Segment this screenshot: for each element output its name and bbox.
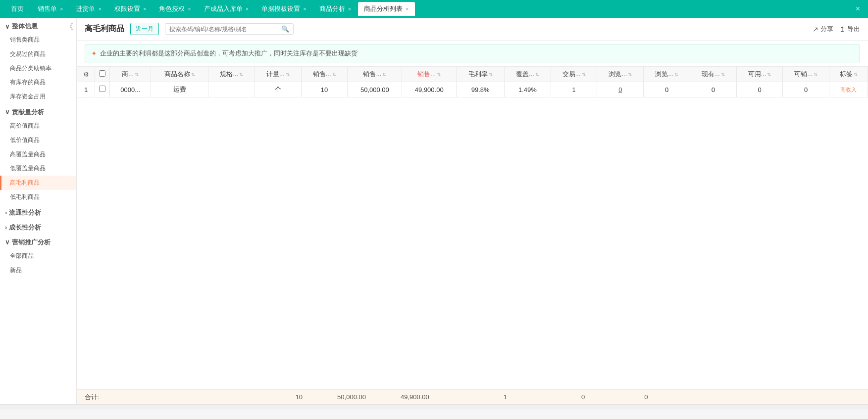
table-body: 1 0000... 运费 个 10 50,000.00 49,900.00 99… bbox=[77, 82, 868, 97]
nav-tab-analysis-list[interactable]: 商品分析列表 × bbox=[358, 2, 414, 16]
cell-transaction: 1 bbox=[551, 82, 597, 97]
close-icon[interactable]: × bbox=[348, 6, 351, 12]
col-settings[interactable]: ⚙ bbox=[77, 67, 95, 82]
info-icon: ✦ bbox=[91, 49, 97, 57]
sidebar-group-overall[interactable]: ∨ 整体信息 bbox=[0, 18, 76, 33]
search-input[interactable] bbox=[169, 26, 279, 33]
footer-sales-amount: 50,000.00 bbox=[337, 393, 366, 401]
nav-tab-template[interactable]: 单据模板设置 × bbox=[255, 2, 312, 16]
sidebar-item-capital[interactable]: 库存资金占用 bbox=[0, 90, 76, 104]
cell-index: 1 bbox=[77, 82, 95, 97]
close-all-button[interactable]: × bbox=[852, 4, 864, 13]
sidebar-item-low-coverage[interactable]: 低覆盖量商品 bbox=[0, 161, 76, 176]
cell-sales-profit: 49,900.00 bbox=[402, 82, 457, 97]
main-layout: 《 ∨ 整体信息 销售类商品 交易过的商品 商品分类助销率 有库存的商品 库存资… bbox=[0, 18, 868, 404]
close-icon[interactable]: × bbox=[303, 6, 306, 12]
top-navigation: 首页 销售单 × 进货单 × 权限设置 × 角色授权 × 产成品入库单 × 单据… bbox=[0, 0, 868, 18]
search-box: 🔍 bbox=[165, 23, 294, 35]
filter-month-button[interactable]: 近一月 bbox=[130, 23, 159, 35]
cell-sales-amount: 50,000.00 bbox=[348, 82, 402, 97]
col-transaction[interactable]: 交易...⇅ bbox=[551, 67, 597, 82]
sidebar-item-new-goods[interactable]: 新品 bbox=[0, 263, 76, 278]
col-saleable[interactable]: 可销...⇅ bbox=[783, 67, 829, 82]
content-header: 高毛利商品 近一月 🔍 ↗ 分享 ↥ 导出 bbox=[77, 18, 868, 41]
close-icon[interactable]: × bbox=[60, 6, 63, 12]
col-current-stock[interactable]: 现有...⇅ bbox=[690, 67, 736, 82]
footer-sales-qty: 10 bbox=[296, 393, 303, 401]
sidebar-item-all-goods[interactable]: 全部商品 bbox=[0, 249, 76, 263]
sidebar-item-high-coverage[interactable]: 高覆盖量商品 bbox=[0, 147, 76, 162]
col-name[interactable]: 商品名称⇅ bbox=[151, 67, 208, 82]
cell-saleable: 0 bbox=[783, 82, 829, 97]
sidebar-item-low-value[interactable]: 低价值商品 bbox=[0, 133, 76, 147]
sidebar-item-traded-goods[interactable]: 交易过的商品 bbox=[0, 47, 76, 61]
sidebar-collapse-button[interactable]: 《 bbox=[65, 22, 73, 32]
nav-tab-purchase[interactable]: 进货单 × bbox=[70, 2, 107, 16]
share-icon: ↗ bbox=[813, 25, 818, 33]
close-icon[interactable]: × bbox=[188, 6, 191, 12]
cell-name: 运费 bbox=[151, 82, 208, 97]
sidebar-group-marketing[interactable]: ∨ 营销推广分析 bbox=[0, 234, 76, 249]
col-code[interactable]: 商...⇅ bbox=[110, 67, 151, 82]
cell-current-stock: 0 bbox=[690, 82, 736, 97]
footer-values: 10 50,000.00 49,900.00 1 0 0 bbox=[137, 393, 648, 401]
chevron-right-icon: › bbox=[5, 209, 7, 216]
sidebar-group-contribution[interactable]: ∨ 贡献量分析 bbox=[0, 104, 76, 119]
col-gross-margin[interactable]: 毛利率⇅ bbox=[457, 67, 505, 82]
table-row: 1 0000... 运费 个 10 50,000.00 49,900.00 99… bbox=[77, 82, 868, 97]
search-icon[interactable]: 🔍 bbox=[281, 25, 289, 33]
cell-checkbox[interactable] bbox=[95, 82, 110, 97]
col-checkbox[interactable] bbox=[95, 67, 110, 82]
chevron-down-icon: ∨ bbox=[5, 108, 10, 116]
col-unit[interactable]: 计量...⇅ bbox=[255, 67, 302, 82]
table-header-row: ⚙ 商...⇅ 商品名称⇅ 规格...⇅ 计量...⇅ 销售...⇅ 销售...… bbox=[77, 67, 868, 82]
cell-spec bbox=[208, 82, 255, 97]
cell-tag: 高收入 bbox=[829, 82, 868, 97]
col-sales-qty[interactable]: 销售...⇅ bbox=[301, 67, 348, 82]
sidebar-item-high-margin[interactable]: 高毛利商品 bbox=[0, 176, 76, 190]
row-checkbox[interactable] bbox=[99, 86, 105, 92]
nav-tab-analysis[interactable]: 商品分析 × bbox=[313, 2, 357, 16]
sidebar-item-category-rate[interactable]: 商品分类助销率 bbox=[0, 61, 76, 76]
sidebar-group-growth[interactable]: › 成长性分析 bbox=[0, 219, 76, 234]
sidebar-item-sales-goods[interactable]: 销售类商品 bbox=[0, 33, 76, 47]
col-browse2[interactable]: 浏览...⇅ bbox=[644, 67, 690, 82]
col-spec[interactable]: 规格...⇅ bbox=[208, 67, 255, 82]
nav-home[interactable]: 首页 bbox=[4, 2, 31, 16]
col-available[interactable]: 可用...⇅ bbox=[736, 67, 783, 82]
page-title: 高毛利商品 bbox=[85, 24, 124, 34]
col-browse1[interactable]: 浏览...⇅ bbox=[597, 67, 644, 82]
cell-sales-qty: 10 bbox=[301, 82, 348, 97]
cell-code: 0000... bbox=[110, 82, 151, 97]
col-sales-amount[interactable]: 销售...⇅ bbox=[348, 67, 402, 82]
chevron-down-icon: ∨ bbox=[5, 23, 10, 30]
close-icon[interactable]: × bbox=[406, 6, 408, 12]
col-coverage[interactable]: 覆盖...⇅ bbox=[505, 67, 551, 82]
sidebar-item-high-value[interactable]: 高价值商品 bbox=[0, 119, 76, 133]
nav-tab-inbound[interactable]: 产成品入库单 × bbox=[198, 2, 255, 16]
footer-sales-profit: 49,900.00 bbox=[401, 393, 429, 401]
export-button[interactable]: ↥ 导出 bbox=[839, 25, 860, 34]
footer-transaction: 1 bbox=[504, 393, 507, 401]
sidebar-item-low-margin[interactable]: 低毛利商品 bbox=[0, 190, 76, 204]
cell-browse1[interactable]: 0 bbox=[597, 82, 644, 97]
sidebar-item-in-stock[interactable]: 有库存的商品 bbox=[0, 75, 76, 90]
data-table: ⚙ 商...⇅ 商品名称⇅ 规格...⇅ 计量...⇅ 销售...⇅ 销售...… bbox=[77, 66, 868, 97]
nav-tab-sales[interactable]: 销售单 × bbox=[32, 2, 69, 16]
footer-total-label: 合计: bbox=[85, 393, 100, 402]
col-sales-profit[interactable]: 销售...⇅ bbox=[402, 67, 457, 82]
share-button[interactable]: ↗ 分享 bbox=[813, 25, 833, 34]
close-icon[interactable]: × bbox=[246, 6, 249, 12]
export-icon: ↥ bbox=[839, 25, 845, 33]
footer-totals: 合计: 10 50,000.00 49,900.00 1 0 0 bbox=[77, 389, 868, 404]
horizontal-scrollbar[interactable] bbox=[0, 404, 868, 409]
close-icon[interactable]: × bbox=[98, 6, 101, 12]
close-icon[interactable]: × bbox=[143, 6, 146, 12]
cell-gross-margin: 99.8% bbox=[457, 82, 505, 97]
nav-tab-roles[interactable]: 角色授权 × bbox=[153, 2, 197, 16]
col-tag[interactable]: 标签⇅ bbox=[829, 67, 868, 82]
sidebar-group-liquidity[interactable]: › 流通性分析 bbox=[0, 204, 76, 219]
nav-tab-permissions[interactable]: 权限设置 × bbox=[108, 2, 152, 16]
select-all-checkbox[interactable] bbox=[99, 70, 105, 77]
chevron-right-icon: › bbox=[5, 224, 7, 231]
